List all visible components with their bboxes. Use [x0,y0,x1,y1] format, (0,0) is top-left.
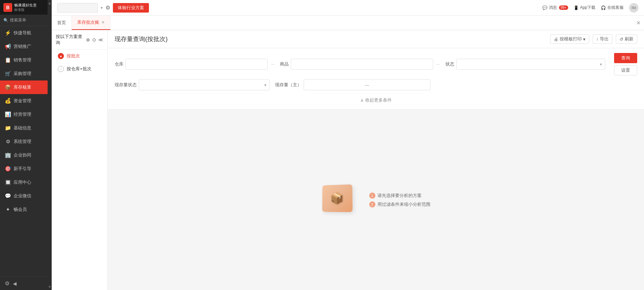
empty-hint-2: 2 用过滤条件来缩小分析范围 [369,201,430,207]
avatar: Rit [629,3,639,13]
sidebar-item-purchase[interactable]: 🛒 采购管理 [0,67,48,80]
app-logo: B [3,3,12,12]
tabs-close-all-icon[interactable]: ✕ [636,20,641,26]
sidebar-item-label: 应用中心 [14,179,31,185]
warehouse-filter-field: 仓库 ··· [115,59,274,70]
topbar-right-actions: 💬 消息 99+ 📱 App下载 🎧 在线客服 Rit [542,3,639,13]
status-chevron-icon: ▾ [600,62,602,67]
tab-home-label: 首页 [57,20,66,26]
tab-batch-account[interactable]: 库存批次账 ✕ [72,16,111,30]
sidebar-item-label: 基础信息 [14,125,31,131]
print-chevron-icon[interactable]: ▾ [583,37,586,42]
query-button[interactable]: 查询 [614,53,637,63]
sidebar-item-wechat[interactable]: 💬 企业微信 [0,189,48,203]
sidebar-item-label: 企业协同 [14,152,31,158]
marketing-icon: 📢 [5,43,11,50]
content-area: 按以下方案查询 ⊕ ⊙ ≪ ● 按批次 ○ 按仓库+批次 现存量查询(按批次) [52,30,644,290]
hint-text-2: 用过滤条件来缩小分析范围 [377,201,430,207]
print-icon: 🖨 [554,37,558,42]
scheme-collapse-icon[interactable]: ≪ [98,37,103,42]
collapse-sidebar-icon[interactable]: ◀ [13,281,17,286]
sidebar-item-finance[interactable]: 💰 资金管理 [0,94,48,108]
tab-home[interactable]: 首页 [52,16,72,30]
topbar-search-input[interactable] [57,3,98,13]
sidebar-item-basic[interactable]: 📁 基础信息 [0,121,48,135]
product-filter-input[interactable] [291,59,433,70]
online-service-action[interactable]: 🎧 在线客服 [601,5,624,11]
sidebar-item-member[interactable]: ✦ 畅会员 [0,203,48,216]
status-filter-field: 状态 ▾ [445,59,605,70]
sidebar: B 畅康通好生意 标准版 🔍 搜索菜单 ⚡ 快捷导航 📢 营销推广 📋 销售管理… [0,0,48,290]
add-scheme-icon[interactable]: ⊕ [86,37,90,42]
page-header-actions: 🖨 按模板打印 ▾ ↑ 导出 ↺ 刷新 [550,34,638,44]
collapse-more-conditions-btn[interactable]: ∧ 收起更多条件 [357,96,395,105]
sidebar-item-quick-nav[interactable]: ⚡ 快捷导航 [0,26,48,40]
sidebar-item-sales[interactable]: 📋 销售管理 [0,53,48,67]
sidebar-item-label: 系统管理 [14,139,31,145]
hint-text-1: 请先选择要分析的方案 [377,193,422,199]
empty-state: 📦 1 请先选择要分析的方案 2 用过滤条件来缩小分析范围 [108,110,644,290]
empty-hint-1: 1 请先选择要分析的方案 [369,193,430,199]
scheme-item-by-warehouse-batch[interactable]: ○ 按仓库+批次 [52,62,107,75]
topbar-gear-icon[interactable]: ⚙ [105,4,110,11]
scheme-icon-gray: ○ [58,66,64,72]
experience-button[interactable]: 体验行业方案 [113,3,149,13]
sidebar-item-marketing[interactable]: 📢 营销推广 [0,40,48,53]
sidebar-scrollbar: ▲ ▼ [48,0,52,290]
print-template-button[interactable]: 🖨 按模板打印 ▾ [550,34,589,44]
scheme-settings-icon[interactable]: ⊙ [92,37,96,42]
stock-status-label: 现存量状态 [115,82,137,88]
sidebar-item-inventory[interactable]: 📦 库存核算 [0,80,48,94]
export-button[interactable]: ↑ 导出 [593,34,613,44]
scroll-up-arrow[interactable]: ▲ [48,1,52,5]
sidebar-search[interactable]: 🔍 搜索菜单 [0,15,48,26]
sidebar-item-label: 营销推广 [14,43,31,50]
scroll-down-arrow[interactable]: ▼ [48,285,52,289]
refresh-button[interactable]: ↺ 刷新 [616,34,637,44]
warehouse-filter-label: 仓库 [115,61,123,67]
app-name: 畅康通好生意 [14,3,37,7]
status-filter-select[interactable]: ▾ [456,59,605,70]
stock-status-filter-field: 现存量状态 ▾ [115,79,270,90]
scheme-label: 按仓库+批次 [67,66,91,72]
stock-qty-filter-field: 现存量（主） — [275,79,430,90]
empty-illustration: 📦 [322,185,356,215]
sidebar-item-operation[interactable]: 📊 经营管理 [0,108,48,121]
scheme-item-by-batch[interactable]: ● 按批次 [52,50,107,62]
hint-num-1: 1 [369,193,375,199]
stock-qty-label: 现存量（主） [275,82,302,88]
print-label: 按模板打印 [560,36,582,42]
product-more-icon[interactable]: ··· [437,62,440,67]
sidebar-item-system[interactable]: ⚙ 系统管理 [0,135,48,148]
headset-icon: 🎧 [601,5,606,10]
settings-button[interactable]: 设置 [614,65,637,75]
warehouse-filter-input[interactable] [125,59,268,70]
user-name: Rit [631,6,636,10]
settings-footer-icon[interactable]: ⚙ [5,280,10,287]
purchase-icon: 🛒 [5,71,11,77]
sidebar-item-label: 快捷导航 [14,30,31,36]
sidebar-item-apps[interactable]: 🔲 应用中心 [0,176,48,189]
sidebar-nav: ⚡ 快捷导航 📢 营销推广 📋 销售管理 🛒 采购管理 📦 库存核算 💰 资金管… [0,26,48,276]
app-version: 标准版 [14,7,37,12]
export-label: 导出 [600,36,609,42]
operation-icon: 📊 [5,111,11,117]
main-area: ▾ ⚙ 体验行业方案 💬 消息 99+ 📱 App下载 🎧 在线客服 Rit [52,0,644,290]
sidebar-item-guide[interactable]: 🎯 新手引导 [0,162,48,176]
warehouse-more-icon[interactable]: ··· [271,62,274,67]
app-download-label: App下载 [580,5,595,11]
stock-status-select[interactable]: ▾ [139,79,270,90]
stock-qty-range[interactable]: — [304,79,430,90]
user-profile-action[interactable]: Rit [629,3,639,13]
messages-action[interactable]: 💬 消息 99+ [542,5,568,11]
sidebar-item-enterprise[interactable]: 🏢 企业协同 [0,148,48,162]
tab-close-icon[interactable]: ✕ [101,20,105,25]
stock-status-chevron-icon: ▾ [264,83,267,88]
app-download-action[interactable]: 📱 App下载 [574,5,595,11]
topbar-chevron-icon[interactable]: ▾ [101,5,103,10]
tab-bar: 首页 库存批次账 ✕ ✕ [52,16,644,30]
sidebar-footer: ⚙ ◀ [0,276,48,290]
sidebar-header: B 畅康通好生意 标准版 [0,0,48,15]
filter-header-actions: ⊕ ⊙ ≪ [86,37,103,42]
filter-row-1: 仓库 ··· 商品 ··· 状态 ▾ [115,53,637,75]
